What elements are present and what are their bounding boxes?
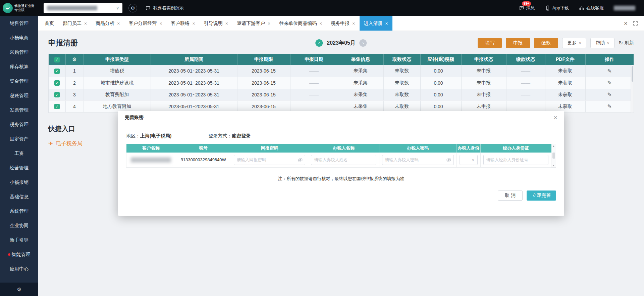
col-header-op: 操作	[585, 54, 634, 65]
cell-date: ——	[309, 92, 319, 97]
sidebar-item-payroll[interactable]: 工资	[0, 146, 38, 161]
close-icon[interactable]: ×	[84, 21, 87, 26]
cell-fetch: 未取数	[383, 65, 420, 77]
close-icon[interactable]: ×	[268, 21, 270, 26]
edit-icon[interactable]: ✎	[607, 92, 612, 97]
taxpayer-name-input[interactable]	[311, 155, 376, 165]
close-tabs-icon[interactable]: ×	[624, 20, 628, 27]
row-checkbox[interactable]: ✓	[54, 80, 60, 86]
fill-button[interactable]: 填写	[478, 38, 502, 48]
sidebar-item-tax[interactable]: 税务管理	[0, 117, 38, 132]
scroll-down-icon[interactable]: ▼	[552, 164, 555, 167]
cell-collect: 未采集	[338, 89, 383, 100]
scroll-up-icon[interactable]: ▲	[552, 145, 555, 147]
tab-invite-downstream[interactable]: 邀请下游客户×	[232, 16, 275, 31]
sidebar-item-invoice[interactable]: 发票管理	[0, 103, 38, 117]
scrollbar-thumb[interactable]	[632, 66, 633, 82]
row-checkbox[interactable]: ✓	[54, 92, 60, 97]
cell-amount: 0.00	[420, 100, 461, 112]
scrollbar-thumb[interactable]	[552, 153, 555, 159]
next-month-button[interactable]: ›	[360, 39, 367, 47]
tab-guide[interactable]: 引导说明×	[200, 16, 232, 31]
sidebar-item-sales[interactable]: 销售管理	[0, 16, 38, 31]
sidebar-item-general-ledger[interactable]: 总账管理	[0, 88, 38, 103]
sidebar-settings-button[interactable]: ⚙	[0, 283, 38, 296]
demo-link[interactable]: 我要看实例演示	[145, 5, 184, 11]
sidebar-item-smart-management[interactable]: 智能管理	[0, 247, 38, 262]
edit-icon[interactable]: ✎	[607, 80, 612, 86]
close-icon[interactable]: ×	[193, 21, 195, 26]
tab-label: 邀请下游客户	[237, 20, 265, 27]
close-icon[interactable]: ×	[117, 21, 120, 26]
workspace-settings-button[interactable]: ⚙	[128, 4, 137, 12]
tab-customer-tiering[interactable]: 客户分层经营×	[124, 16, 166, 31]
sidebar-item-funds[interactable]: 资金管理	[0, 74, 38, 88]
taxpayer-identity-select[interactable]: ∨	[460, 155, 478, 165]
company-selector[interactable]: ∨	[44, 3, 122, 13]
brand-logo-icon	[3, 3, 13, 13]
tab-dept-staff[interactable]: 部门员工×	[58, 16, 91, 31]
sidebar-item-inventory[interactable]: 库存核算	[0, 59, 38, 74]
eye-off-icon[interactable]	[446, 157, 451, 163]
sidebar-item-app-center[interactable]: 应用中心	[0, 262, 38, 276]
messages-button[interactable]: 99+ 消息	[519, 5, 535, 11]
sidebar-item-label: 小畅报销	[10, 179, 29, 185]
etax-bureau-link[interactable]: ✈ 电子税务局	[48, 140, 83, 147]
row-checkbox[interactable]: ✓	[54, 104, 60, 109]
sidebar-item-ecommerce[interactable]: 小畅电商	[0, 31, 38, 45]
column-settings-icon[interactable]: ⚙	[72, 56, 76, 62]
cell-collect: 未采集	[338, 77, 383, 89]
modal-close-icon[interactable]: ×	[553, 114, 557, 121]
tab-product-analysis[interactable]: 商品分析×	[91, 16, 124, 31]
select-all-checkbox[interactable]: ✓	[54, 57, 60, 62]
cell-declare-status: 未申报	[461, 77, 506, 89]
cell-pdf: 未获取	[545, 89, 585, 100]
sidebar-item-base-info[interactable]: 基础信息	[0, 189, 38, 204]
sidebar-item-collaboration[interactable]: 企业协同	[0, 218, 38, 233]
cell-deadline: 2023-06-15	[237, 100, 290, 112]
cell-date: ——	[309, 104, 319, 109]
fullscreen-icon[interactable]	[633, 21, 638, 26]
help-button[interactable]: 帮助∨	[590, 38, 614, 48]
cell-pay-status: ——	[521, 80, 530, 86]
tab-home[interactable]: 首页	[40, 16, 58, 31]
tab-tax-declaration[interactable]: 税务申报×	[326, 16, 359, 31]
region-label: 地区：	[126, 133, 140, 138]
prev-month-button[interactable]: ‹	[315, 39, 323, 47]
table-scrollbar[interactable]	[631, 65, 634, 113]
refresh-button[interactable]: ↻刷新	[619, 40, 634, 46]
sidebar-item-purchase[interactable]: 采购管理	[0, 45, 38, 59]
row-checkbox[interactable]: ✓	[54, 69, 60, 74]
sidebar-item-system[interactable]: 系统管理	[0, 204, 38, 218]
taxpayer-password-input[interactable]	[382, 155, 454, 165]
declare-button[interactable]: 申报	[506, 38, 530, 48]
notification-dot	[8, 253, 10, 256]
edit-icon[interactable]: ✎	[607, 103, 612, 109]
close-icon[interactable]: ×	[319, 21, 322, 26]
app-download-button[interactable]: App下载	[545, 5, 569, 11]
eye-off-icon[interactable]	[298, 157, 303, 163]
web-password-input[interactable]	[234, 155, 306, 165]
cell-type: 增值税	[84, 65, 151, 77]
sidebar-item-expense[interactable]: 小畅报销	[0, 175, 38, 189]
cell-pay-status: ——	[521, 92, 530, 97]
edit-icon[interactable]: ✎	[607, 68, 612, 74]
sidebar-item-beginner-guide[interactable]: 新手引导	[0, 233, 38, 247]
check-icon: ✓	[55, 93, 58, 97]
sidebar-item-operations[interactable]: 经营管理	[0, 161, 38, 175]
pay-button[interactable]: 缴款	[534, 38, 558, 48]
online-support-button[interactable]: 在线客服	[579, 5, 604, 11]
close-icon[interactable]: ×	[159, 21, 162, 26]
tab-customer-contact[interactable]: 客户联络×	[167, 16, 200, 31]
close-icon[interactable]: ×	[225, 21, 228, 26]
tab-declaration-list[interactable]: 进入清册×	[360, 16, 392, 31]
close-icon[interactable]: ×	[352, 21, 355, 26]
cancel-button[interactable]: 取 消	[498, 191, 523, 201]
sidebar-item-fixed-assets[interactable]: 固定资产	[0, 132, 38, 146]
agent-id-input[interactable]	[483, 155, 548, 165]
more-button[interactable]: 更多∨	[562, 38, 586, 48]
confirm-button[interactable]: 立即完善	[527, 191, 556, 201]
credentials-table-scrollbar[interactable]: ▲ ▼	[551, 144, 556, 168]
close-icon[interactable]: ×	[385, 21, 388, 26]
tab-partner-product-codes[interactable]: 往来单位商品编码×	[275, 16, 326, 31]
